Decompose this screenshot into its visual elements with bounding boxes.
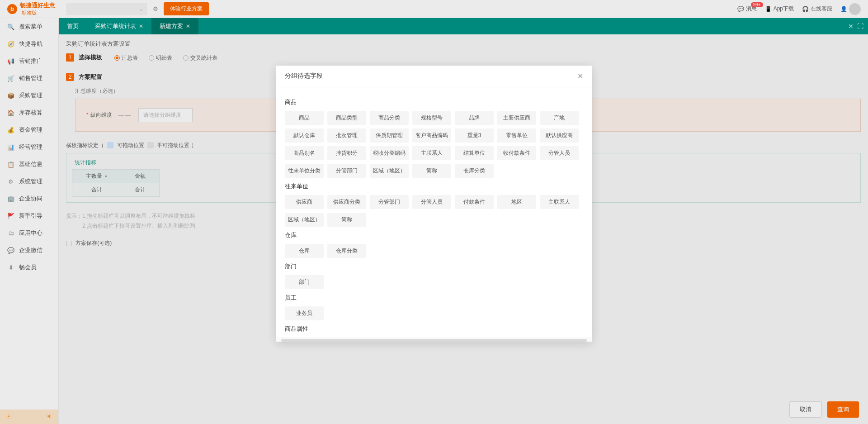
field-chip[interactable]: 分管部门 bbox=[327, 164, 366, 178]
chip-row: 仓库仓库分类 bbox=[285, 244, 590, 258]
field-chip[interactable]: 税收分类编码 bbox=[370, 146, 409, 160]
field-chip[interactable]: 默认供应商 bbox=[540, 129, 579, 143]
chip-row: 业务员 bbox=[285, 306, 590, 320]
field-chip[interactable]: 客户商品编码 bbox=[412, 129, 451, 143]
field-chip[interactable]: 供应商分类 bbox=[327, 195, 366, 209]
field-chip[interactable]: 商品分类 bbox=[370, 111, 409, 125]
field-group-title: 仓库 bbox=[285, 231, 590, 239]
field-chip[interactable]: 简称 bbox=[412, 164, 451, 178]
field-chip[interactable]: 仓库 bbox=[285, 244, 324, 258]
field-chip[interactable]: 区域（地区） bbox=[370, 164, 409, 178]
chip-row: 商品商品类型商品分类规格型号品牌主要供应商产地默认仓库批次管理保质期管理客户商品… bbox=[285, 111, 590, 178]
field-chip[interactable]: 供应商 bbox=[285, 195, 324, 209]
field-chip[interactable]: 往来单位分类 bbox=[285, 164, 324, 178]
field-chip[interactable]: 分管部门 bbox=[370, 195, 409, 209]
field-group-title: 员工 bbox=[285, 294, 590, 302]
field-chip[interactable]: 主联系人 bbox=[540, 195, 579, 209]
field-chip[interactable]: 主要供应商 bbox=[497, 111, 536, 125]
field-group-title: 商品 bbox=[285, 98, 590, 106]
field-chip[interactable]: 简称 bbox=[327, 213, 366, 227]
field-chip[interactable]: 结算单位 bbox=[455, 146, 494, 160]
field-chip[interactable]: 重量3 bbox=[455, 129, 494, 143]
field-chip[interactable]: 零售单位 bbox=[497, 129, 536, 143]
field-chip[interactable]: 商品别名 bbox=[285, 146, 324, 160]
field-chip[interactable]: 主联系人 bbox=[412, 146, 451, 160]
field-selector-modal: 分组待选字段 ✕ 商品商品商品类型商品分类规格型号品牌主要供应商产地默认仓库批次… bbox=[276, 66, 592, 342]
field-chip[interactable]: 保质期管理 bbox=[370, 129, 409, 143]
field-group-title: 往来单位 bbox=[285, 182, 590, 191]
field-chip[interactable]: 部门 bbox=[285, 275, 324, 289]
field-chip[interactable]: 批次管理 bbox=[327, 129, 366, 143]
field-chip[interactable]: 摔货积分 bbox=[327, 146, 366, 160]
field-chip[interactable]: 地区 bbox=[497, 195, 536, 209]
field-chip[interactable]: 收付款条件 bbox=[497, 146, 536, 160]
field-chip[interactable]: 默认仓库 bbox=[285, 129, 324, 143]
field-chip[interactable]: 区域（地区） bbox=[285, 213, 324, 227]
field-chip[interactable]: 付款条件 bbox=[455, 195, 494, 209]
modal-body: 商品商品商品类型商品分类规格型号品牌主要供应商产地默认仓库批次管理保质期管理客户… bbox=[276, 87, 592, 338]
chip-row: 部门 bbox=[285, 275, 590, 289]
field-chip[interactable]: 产地 bbox=[540, 111, 579, 125]
field-chip[interactable]: 商品类型 bbox=[327, 111, 366, 125]
field-chip[interactable]: 分管人员 bbox=[412, 195, 451, 209]
field-chip[interactable]: 仓库分类 bbox=[327, 244, 366, 258]
field-group-title: 商品属性 bbox=[285, 325, 590, 333]
modal-title: 分组待选字段 bbox=[285, 72, 323, 80]
close-icon[interactable]: ✕ bbox=[577, 72, 583, 81]
field-chip[interactable]: 商品 bbox=[285, 111, 324, 125]
modal-header: 分组待选字段 ✕ bbox=[276, 66, 592, 87]
field-chip[interactable]: 规格型号 bbox=[412, 111, 451, 125]
field-group-title: 部门 bbox=[285, 262, 590, 271]
field-chip[interactable]: 业务员 bbox=[285, 306, 324, 320]
field-chip[interactable]: 仓库分类 bbox=[455, 164, 494, 178]
chip-row: 供应商供应商分类分管部门分管人员付款条件地区主联系人区域（地区）简称 bbox=[285, 195, 590, 227]
modal-horizontal-scrollbar[interactable] bbox=[276, 338, 592, 342]
field-chip[interactable]: 分管人员 bbox=[540, 146, 579, 160]
field-chip[interactable]: 品牌 bbox=[455, 111, 494, 125]
